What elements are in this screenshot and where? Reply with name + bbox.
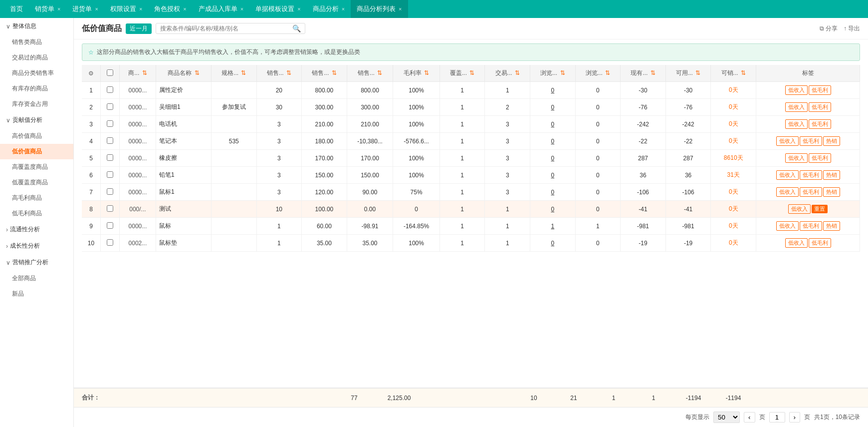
cell-check[interactable] <box>101 150 120 167</box>
row-checkbox[interactable] <box>107 222 113 229</box>
sidebar-group-contribution[interactable]: ∨ 贡献值分析 <box>0 112 73 128</box>
col-view2[interactable]: 浏览... ⇅ <box>575 65 621 82</box>
sidebar-item-new-products[interactable]: 新品 <box>0 286 73 302</box>
sidebar-item-low-value[interactable]: 低价值商品 <box>0 144 73 159</box>
view1-link[interactable]: 0 <box>551 172 555 179</box>
row-checkbox[interactable] <box>107 137 113 144</box>
row-checkbox[interactable] <box>107 86 113 93</box>
nav-role-auth[interactable]: 角色授权 × <box>148 0 192 18</box>
col-name[interactable]: 商品名称 ⇅ <box>156 65 212 82</box>
row-checkbox[interactable] <box>107 103 113 110</box>
cell-check[interactable] <box>101 218 120 235</box>
sidebar-item-category-sales-rate[interactable]: 商品分类销售率 <box>0 65 73 81</box>
search-input[interactable] <box>160 25 292 32</box>
nav-product-inbound-close[interactable]: × <box>240 6 243 12</box>
nav-template-settings[interactable]: 单据模板设置 × <box>249 0 306 18</box>
sidebar-item-low-margin[interactable]: 低毛利商品 <box>0 206 73 221</box>
tag-label: 低毛利 <box>800 136 822 146</box>
nav-product-analysis[interactable]: 商品分析 × <box>307 0 351 18</box>
nav-sales-order[interactable]: 销货单 × <box>29 0 66 18</box>
sidebar-item-traded-products[interactable]: 交易过的商品 <box>0 50 73 65</box>
nav-permissions-close[interactable]: × <box>139 6 142 12</box>
nav-purchase-order[interactable]: 进货单 × <box>66 0 104 18</box>
prev-page-button[interactable]: ‹ <box>744 412 755 423</box>
col-gear[interactable]: ⚙ <box>82 65 101 82</box>
view1-link[interactable]: 0 <box>551 206 555 213</box>
sidebar-item-high-value[interactable]: 高价值商品 <box>0 128 73 144</box>
sidebar-item-high-margin[interactable]: 高毛利商品 <box>0 190 73 206</box>
row-checkbox[interactable] <box>107 120 113 127</box>
view1-link[interactable]: 0 <box>551 121 555 128</box>
cell-check[interactable] <box>101 235 120 252</box>
cell-check[interactable] <box>101 184 120 201</box>
view1-link[interactable]: 0 <box>551 189 555 196</box>
row-checkbox[interactable] <box>107 205 113 212</box>
page-number-input[interactable] <box>769 412 785 423</box>
export-button[interactable]: ↑ 导出 <box>844 24 860 33</box>
chevron-down-icon-2: ∨ <box>6 117 10 124</box>
sidebar-group-overall[interactable]: ∨ 整体信息 <box>0 18 73 34</box>
view1-link[interactable]: 0 <box>551 155 555 162</box>
table-header-row: ⚙ 商... ⇅ 商品名称 ⇅ 规格... ⇅ 销售... ⇅ 销售... ⇅ … <box>82 65 860 82</box>
nav-purchase-order-close[interactable]: × <box>95 6 98 12</box>
sidebar-group-circulation[interactable]: › 流通性分析 <box>0 221 73 238</box>
sidebar-item-sales-products[interactable]: 销售类商品 <box>0 34 73 50</box>
col-available[interactable]: 可用... ⇅ <box>665 65 711 82</box>
row-checkbox[interactable] <box>107 239 113 246</box>
view1-link[interactable]: 0 <box>551 138 555 145</box>
cell-check[interactable] <box>101 133 120 150</box>
sidebar-item-low-coverage[interactable]: 低覆盖度商品 <box>0 175 73 190</box>
share-icon: ⧉ <box>820 25 824 32</box>
row-checkbox[interactable] <box>107 171 113 178</box>
per-page-select[interactable]: 50 100 200 <box>713 412 740 423</box>
col-sales-qty[interactable]: 销售... ⇅ <box>256 65 302 82</box>
view1-link[interactable]: 0 <box>551 87 555 94</box>
table-container[interactable]: ⚙ 商... ⇅ 商品名称 ⇅ 规格... ⇅ 销售... ⇅ 销售... ⇅ … <box>74 65 868 388</box>
sidebar-item-all-products[interactable]: 全部商品 <box>0 271 73 286</box>
search-icon[interactable]: 🔍 <box>292 24 301 32</box>
row-checkbox[interactable] <box>107 154 113 161</box>
period-button[interactable]: 近一月 <box>126 23 152 34</box>
nav-permissions[interactable]: 权限设置 × <box>104 0 148 18</box>
nav-product-inbound[interactable]: 产成品入库单 × <box>193 0 249 18</box>
cell-available: -19 <box>665 235 711 252</box>
sidebar-group-growth[interactable]: › 成长性分析 <box>0 238 73 254</box>
sidebar-item-inventory-capital[interactable]: 库存资金占用 <box>0 96 73 112</box>
nav-role-auth-close[interactable]: × <box>183 6 186 12</box>
col-spec[interactable]: 规格... ⇅ <box>211 65 256 82</box>
cell-available: -242 <box>665 116 711 133</box>
col-coverage[interactable]: 覆盖... ⇅ <box>439 65 485 82</box>
col-view1[interactable]: 浏览... ⇅ <box>530 65 576 82</box>
view1-link[interactable]: 1 <box>551 223 555 230</box>
col-trade[interactable]: 交易... ⇅ <box>485 65 530 82</box>
cell-check[interactable] <box>101 116 120 133</box>
next-page-button[interactable]: › <box>789 412 800 423</box>
row-checkbox[interactable] <box>107 188 113 195</box>
col-code[interactable]: 商... ⇅ <box>119 65 156 82</box>
col-current[interactable]: 现有... ⇅ <box>621 65 666 82</box>
main-layout: ∨ 整体信息 销售类商品 交易过的商品 商品分类销售率 有库存的商品 库存资金占… <box>0 18 868 427</box>
view1-link[interactable]: 0 <box>551 104 555 111</box>
gear-icon[interactable]: ⚙ <box>88 70 94 77</box>
nav-template-settings-close[interactable]: × <box>297 6 300 12</box>
col-sales-cost[interactable]: 销售... ⇅ <box>347 65 393 82</box>
share-button[interactable]: ⧉ 分享 <box>820 24 838 33</box>
col-sellable[interactable]: 可销... ⇅ <box>711 65 756 82</box>
sidebar-item-high-coverage[interactable]: 高覆盖度商品 <box>0 159 73 175</box>
nav-product-analysis-list-close[interactable]: × <box>399 6 402 12</box>
cell-check[interactable] <box>101 82 120 99</box>
cell-check[interactable] <box>101 201 120 218</box>
select-all-checkbox[interactable] <box>107 69 113 76</box>
view1-link[interactable]: 0 <box>551 240 555 247</box>
nav-product-analysis-list[interactable]: 商品分析列表 × <box>351 0 408 18</box>
cell-check[interactable] <box>101 167 120 184</box>
cell-view1: 0 <box>530 82 576 99</box>
nav-product-analysis-close[interactable]: × <box>342 6 345 12</box>
col-sales-amt[interactable]: 销售... ⇅ <box>302 65 347 82</box>
sidebar-item-stocked-products[interactable]: 有库存的商品 <box>0 81 73 96</box>
nav-home[interactable]: 首页 <box>4 0 29 18</box>
cell-check[interactable] <box>101 99 120 116</box>
nav-sales-order-close[interactable]: × <box>57 6 60 12</box>
col-margin[interactable]: 毛利率 ⇅ <box>393 65 440 82</box>
sidebar-group-marketing[interactable]: ∨ 营销推广分析 <box>0 254 73 271</box>
